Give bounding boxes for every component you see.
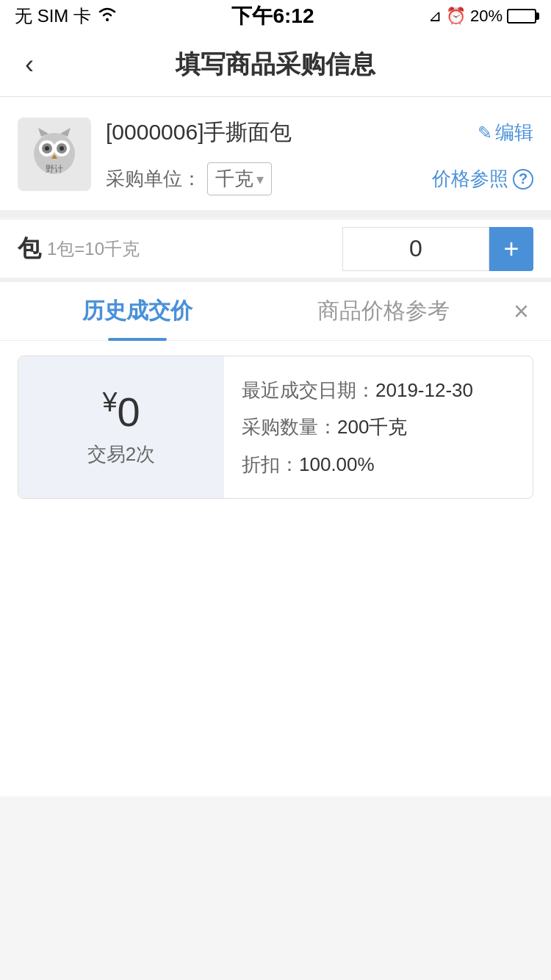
quantity-unit-char: 包	[18, 233, 41, 265]
quantity-input[interactable]: 0	[342, 227, 489, 271]
status-time: 下午6:12	[231, 2, 314, 30]
svg-point-6	[45, 146, 49, 151]
svg-point-0	[106, 18, 109, 21]
quantity-value: 0	[409, 235, 422, 262]
price-display: ¥0	[102, 387, 140, 436]
battery-icon	[507, 9, 536, 24]
transaction-count: 交易2次	[87, 442, 155, 467]
nav-bar: ‹ 填写商品采购信息	[0, 32, 551, 97]
product-thumbnail: 野计	[18, 118, 91, 191]
location-icon: ⊿	[428, 7, 442, 26]
section-divider	[0, 210, 551, 217]
back-button[interactable]: ‹	[18, 42, 41, 87]
edit-icon: ✎	[478, 123, 492, 143]
status-left: 无 SIM 卡	[15, 4, 118, 28]
quantity-label: 包 1包=10千克	[18, 233, 140, 265]
tab-history-label: 历史成交价	[82, 296, 192, 326]
no-sim-text: 无 SIM 卡	[15, 4, 91, 28]
quantity-plus-button[interactable]: +	[489, 227, 533, 271]
tab-close-button[interactable]: ×	[506, 289, 536, 334]
wifi-icon	[97, 6, 118, 26]
price-ref-label: 价格参照	[432, 166, 508, 192]
price-ref-icon: ?	[513, 169, 533, 190]
tab-price-ref-label: 商品价格参考	[317, 296, 450, 326]
page-title: 填写商品采购信息	[176, 48, 375, 82]
quantity-unit-desc: 1包=10千克	[47, 237, 140, 261]
quantity-section: 包 1包=10千克 0 +	[0, 219, 551, 278]
unit-value: 千克	[215, 166, 253, 192]
status-right: ⊿ ⏰ 20%	[428, 7, 536, 26]
product-name: [0000006]手撕面包	[106, 118, 292, 148]
battery-percent: 20%	[470, 7, 503, 26]
unit-label: 采购单位： 千克 ▾	[106, 162, 272, 195]
edit-button[interactable]: ✎ 编辑	[478, 120, 533, 145]
purchase-qty-row: 采购数量：200千克	[242, 414, 515, 440]
tabs-header: 历史成交价 商品价格参考 ×	[0, 282, 551, 341]
price-card-right: 最近成交日期：2019-12-30 采购数量：200千克 折扣：100.00%	[224, 356, 533, 498]
product-image-icon: 野计	[25, 120, 84, 188]
discount-label: 折扣：	[242, 453, 299, 475]
price-card: ¥0 交易2次 最近成交日期：2019-12-30 采购数量：200千克 折扣：…	[18, 356, 533, 499]
price-card-left: ¥0 交易2次	[18, 356, 224, 498]
discount-value: 100.00%	[299, 453, 375, 475]
tab-active-indicator	[108, 338, 167, 341]
recent-date-label: 最近成交日期：	[242, 379, 375, 401]
recent-date-value: 2019-12-30	[375, 379, 473, 401]
product-info: [0000006]手撕面包 ✎ 编辑 采购单位： 千克 ▾ 价格参照 ?	[106, 118, 533, 195]
unit-dropdown-arrow: ▾	[256, 170, 264, 188]
recent-date-row: 最近成交日期：2019-12-30	[242, 377, 515, 403]
price-ref-button[interactable]: 价格参照 ?	[432, 166, 533, 192]
currency-symbol: ¥	[102, 387, 117, 417]
card-section: ¥0 交易2次 最近成交日期：2019-12-30 采购数量：200千克 折扣：…	[0, 341, 551, 514]
unit-select[interactable]: 千克 ▾	[207, 162, 272, 195]
unit-label-text: 采购单位：	[106, 166, 201, 192]
quantity-input-area: 0 +	[140, 227, 533, 271]
tab-history-price[interactable]: 历史成交价	[15, 282, 260, 341]
status-bar: 无 SIM 卡 下午6:12 ⊿ ⏰ 20%	[0, 0, 551, 32]
main-content: 历史成交价 商品价格参考 × ¥0 交易2次 最近成交日期：2019-12-3	[0, 282, 551, 796]
price-value: 0	[117, 389, 140, 435]
alarm-icon: ⏰	[446, 7, 466, 26]
discount-row: 折扣：100.00%	[242, 451, 515, 478]
purchase-qty-value: 200千克	[337, 416, 407, 438]
purchase-qty-label: 采购数量：	[242, 416, 337, 438]
tab-price-ref[interactable]: 商品价格参考	[260, 282, 505, 341]
product-section: 野计 [0000006]手撕面包 ✎ 编辑 采购单位： 千克 ▾	[0, 97, 551, 210]
svg-text:野计: 野计	[46, 164, 63, 174]
svg-point-7	[60, 146, 64, 151]
edit-label: 编辑	[495, 120, 533, 145]
tabs-section: 历史成交价 商品价格参考 × ¥0 交易2次 最近成交日期：2019-12-3	[0, 282, 551, 514]
